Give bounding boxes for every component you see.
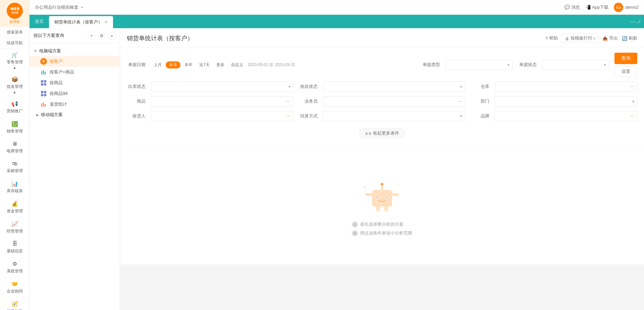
sidebar-item-sales[interactable]: 💹 销售管理: [0, 117, 29, 138]
marketing-icon: 📢: [11, 101, 18, 107]
goods-dots[interactable]: ···: [286, 98, 290, 104]
template-print-action[interactable]: 🖨 按模板打印 ▾: [562, 34, 598, 43]
department-dropdown-icon: ▾: [632, 99, 634, 104]
add-scheme-button[interactable]: +: [88, 32, 96, 40]
sidebar-item-enterprise[interactable]: 🤝 企业协同: [0, 277, 29, 298]
date-tab-this-year[interactable]: 本年: [182, 61, 195, 69]
payment-status-label: 收款状态: [299, 84, 318, 90]
sidebar-item-marketing[interactable]: 📢 营销推广: [0, 97, 29, 117]
warehouse-label: 仓库: [471, 84, 489, 90]
date-tab-custom[interactable]: 自定义: [228, 61, 246, 69]
filter-row-2: 出库状态 ▾ 收款状态 ▾ 仓库 ···: [127, 82, 637, 92]
export-icon: 📤: [602, 36, 608, 41]
sidebar-search[interactable]: 搜索菜单: [0, 27, 29, 38]
filter-area: 单据日期 上月 本月 本年 近7天 更多 自定义 2023-03-01 至 20…: [120, 47, 644, 146]
order-type-dropdown-icon: ▾: [507, 63, 509, 67]
tree-item-by-goods-99[interactable]: 按商品99: [30, 88, 120, 99]
refresh-action[interactable]: 🔄 刷新: [622, 35, 637, 41]
filter-row-4: 收货人 ··· 结算方式 ▾ 品牌 ···: [127, 111, 637, 121]
tab-minimize-icon[interactable]: —: [631, 19, 635, 24]
sidebar-item-label: 电商管理: [7, 148, 23, 154]
inventory-icon: 📊: [11, 180, 18, 187]
tree-item-by-customer-goods[interactable]: 按客户+商品: [30, 67, 120, 78]
settings-button[interactable]: 设置: [614, 66, 637, 77]
query-button[interactable]: 查询: [614, 53, 637, 64]
left-panel-actions: + ⚙ «: [88, 32, 116, 40]
header-right: 💬 消息 📲 App下载 Ea demo2: [565, 3, 639, 12]
settlement-select[interactable]: ▾: [323, 111, 466, 121]
help-label: 帮助: [549, 35, 558, 41]
salesperson-label: 业务员: [299, 98, 318, 104]
receiver-select[interactable]: ···: [151, 111, 293, 121]
sidebar-item-ecommerce[interactable]: 🖥 电商管理: [0, 138, 29, 157]
goods-select[interactable]: ···: [151, 96, 293, 106]
sidebar-quick-nav[interactable]: 快捷导航: [0, 38, 29, 48]
wholesale-icon: 📦: [11, 76, 18, 83]
filter-row-1: 单据日期 上月 本月 本年 近7天 更多 自定义 2023-03-01 至 20…: [127, 53, 637, 77]
warehouse-select[interactable]: ···: [495, 82, 637, 92]
goods-label: 商品: [127, 98, 146, 104]
empty-state: ✦ ✦ ✦ ① 请先选择要分析的方案 ② 用过滤条件来缩小分析范围: [120, 146, 644, 264]
collapse-panel-button[interactable]: «: [108, 32, 116, 40]
sidebar-item-operation[interactable]: 📈 经营管理: [0, 217, 29, 238]
sidebar-item-basic[interactable]: 🗄 基础信息: [0, 238, 29, 257]
order-status-select[interactable]: ▾: [542, 60, 609, 70]
svg-rect-24: [392, 193, 399, 196]
sidebar-item-label: 销售管理: [7, 128, 23, 134]
sidebar-item-finance[interactable]: 💰 资金管理: [0, 197, 29, 217]
app-title-dropdown-icon[interactable]: ▾: [81, 5, 83, 9]
brand-dots[interactable]: ···: [630, 113, 634, 119]
svg-text:畅捷通: 畅捷通: [10, 7, 19, 10]
payment-status-select[interactable]: ▾: [323, 82, 466, 92]
tree-item-by-goods[interactable]: 按商品: [30, 78, 120, 88]
svg-point-0: [8, 4, 21, 17]
app-download-action[interactable]: 📲 App下载: [585, 4, 608, 10]
delivery-status-select[interactable]: ▾: [151, 82, 293, 92]
tree-item-by-customer[interactable]: 客 按客户: [30, 56, 120, 67]
tree-group-mobile-label: 移动端方案: [41, 112, 63, 118]
warehouse-dots[interactable]: ···: [630, 84, 634, 90]
date-tab-7days[interactable]: 近7天: [197, 61, 212, 69]
operation-icon: 📈: [11, 221, 18, 227]
help-action[interactable]: ? 帮助: [545, 35, 558, 41]
sidebar-item-purchase[interactable]: 🛍 采购管理: [0, 157, 29, 177]
tree-group-desktop-header[interactable]: ▼ 电脑端方案: [30, 46, 120, 56]
svg-text:✦: ✦: [397, 184, 399, 187]
receiver-dots[interactable]: ···: [286, 113, 290, 119]
svg-rect-10: [41, 91, 43, 93]
salesperson-dots[interactable]: ···: [458, 98, 462, 104]
tab-close-icon[interactable]: ✕: [104, 20, 108, 24]
tab-maximize-icon[interactable]: ⤢: [637, 19, 641, 24]
collapse-label: 收起更多条件: [373, 130, 399, 136]
date-tab-last-month[interactable]: 上月: [151, 61, 164, 69]
brand-select[interactable]: ···: [495, 111, 637, 121]
sidebar-item-wholesale[interactable]: 📦 批发管理 ▲: [0, 73, 29, 97]
tab-bar: 首页 销货单统计表（按客户） ✕ — ⤢: [30, 15, 644, 28]
date-tab-more[interactable]: 更多: [214, 61, 227, 69]
tree-item-return-stat[interactable]: 退货统计: [30, 99, 120, 110]
order-status-dropdown-icon: ▾: [604, 63, 606, 67]
settings-scheme-button[interactable]: ⚙: [98, 32, 106, 40]
payment-status-dropdown-icon: ▾: [460, 85, 462, 89]
sidebar-item-system[interactable]: ⚙ 系统管理: [0, 257, 29, 277]
collapse-button[interactable]: ∧∧ 收起更多条件: [359, 128, 405, 138]
message-action[interactable]: 💬 消息: [565, 4, 580, 10]
sidebar-item-label: 企业协同: [7, 289, 23, 294]
tab-sales-stat[interactable]: 销货单统计表（按客户） ✕: [49, 16, 113, 28]
order-type-select[interactable]: ▾: [445, 60, 513, 70]
date-tab-this-month[interactable]: 本月: [166, 61, 180, 68]
tab-home[interactable]: 首页: [30, 15, 49, 28]
by-customer-icon: 客: [40, 58, 47, 65]
empty-illustration: ✦ ✦ ✦: [362, 173, 402, 213]
sidebar-item-inventory[interactable]: 📊 库存核算: [0, 177, 29, 197]
message-icon: 💬: [565, 5, 570, 10]
salesperson-select[interactable]: ···: [323, 96, 466, 106]
user-profile[interactable]: Ea demo2: [614, 3, 639, 12]
sidebar-item-retail[interactable]: 🛒 零售管理 ▲: [0, 48, 29, 73]
sidebar-item-guide[interactable]: 🧭 新手引导: [0, 298, 29, 310]
export-action[interactable]: 📤 导出: [602, 35, 618, 41]
department-select[interactable]: ▾: [495, 96, 637, 106]
sidebar-logo-text: 标准版: [10, 19, 20, 24]
template-print-dropdown-icon[interactable]: ▾: [594, 37, 595, 40]
tree-group-mobile-header[interactable]: ▶ 移动端方案: [30, 110, 120, 120]
